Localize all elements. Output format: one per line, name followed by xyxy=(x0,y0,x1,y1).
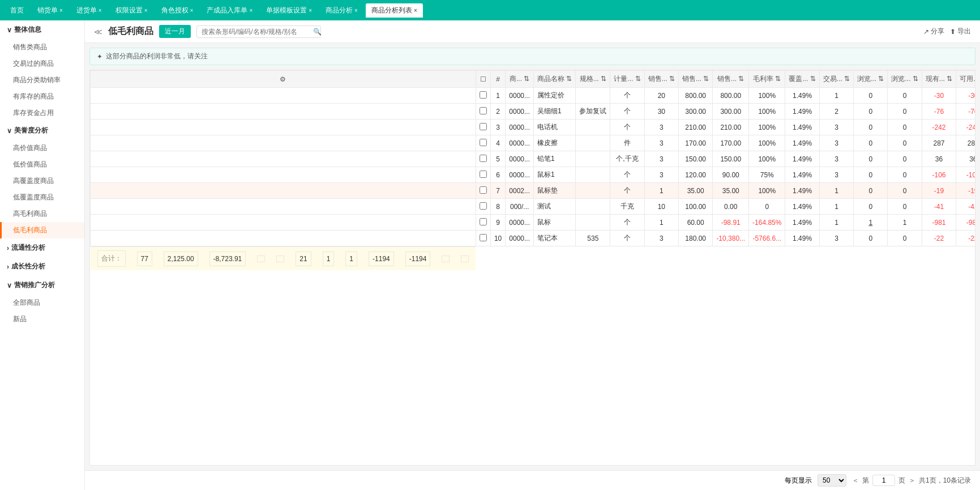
row-checkbox[interactable] xyxy=(480,155,487,162)
sidebar-item-high-gross[interactable]: 高毛利商品 xyxy=(0,206,84,222)
cell-trans-count: 2 xyxy=(819,104,853,120)
col-trans-count[interactable]: 交易... ⇅ xyxy=(819,71,853,88)
col-browse2[interactable]: 浏览... ⇅ xyxy=(888,71,922,88)
cell-check[interactable] xyxy=(476,215,490,231)
row-checkbox[interactable] xyxy=(480,107,487,114)
filter-recent-month[interactable]: 近一月 xyxy=(159,25,191,38)
nav-close-sales[interactable]: × xyxy=(59,7,63,14)
next-page-btn[interactable]: ＞ xyxy=(909,476,915,485)
sidebar-item-low-value[interactable]: 低价值商品 xyxy=(0,156,84,173)
cell-current-stock: -76 xyxy=(922,104,956,120)
sidebar: ∨ 整体信息 销售类商品 交易过的商品 商品分类助销率 有库存的商品 库存资金占… xyxy=(0,20,85,490)
col-code[interactable]: 商... ⇅ xyxy=(506,71,534,88)
row-checkbox[interactable] xyxy=(480,234,487,241)
data-table: ⚙ ☐ # 商... ⇅ 商品名称 ⇅ 规格... ⇅ 计量... ⇅ 销售..… xyxy=(90,70,975,270)
cell-check[interactable] xyxy=(476,151,490,167)
sidebar-item-high-value[interactable]: 高价值商品 xyxy=(0,140,84,156)
cell-check[interactable] xyxy=(476,199,490,215)
cell-check[interactable] xyxy=(476,120,490,135)
sidebar-item-sales-goods[interactable]: 销售类商品 xyxy=(0,39,84,56)
cell-check[interactable] xyxy=(476,104,490,120)
nav-close-role[interactable]: × xyxy=(190,7,194,14)
share-button[interactable]: ↗ 分享 xyxy=(923,27,944,36)
cell-check[interactable] xyxy=(476,135,490,151)
footer-empty-days xyxy=(442,255,450,262)
sidebar-item-all-goods[interactable]: 全部商品 xyxy=(0,295,84,311)
col-sale-amt[interactable]: 销售... ⇅ xyxy=(679,71,713,88)
col-browse1[interactable]: 浏览... ⇅ xyxy=(854,71,888,88)
search-input[interactable] xyxy=(196,25,321,38)
cell-name: 电话机 xyxy=(534,120,576,135)
cell-check[interactable] xyxy=(476,167,490,183)
col-gross-rate[interactable]: 毛利率 ⇅ xyxy=(749,71,785,88)
sidebar-item-traded-goods[interactable]: 交易过的商品 xyxy=(0,56,84,72)
row-checkbox[interactable] xyxy=(480,186,487,194)
nav-close-permission[interactable]: × xyxy=(144,7,148,14)
search-icon[interactable]: 🔍 xyxy=(313,28,322,36)
nav-role[interactable]: 角色授权 × xyxy=(156,3,199,18)
row-checkbox[interactable] xyxy=(480,139,487,146)
sidebar-group-overall[interactable]: ∨ 整体信息 xyxy=(0,20,84,39)
sidebar-item-stocked-goods[interactable]: 有库存的商品 xyxy=(0,88,84,105)
sidebar-group-marketing[interactable]: ∨ 营销推广分析 xyxy=(0,276,84,295)
col-unit[interactable]: 计量... ⇅ xyxy=(610,71,644,88)
cell-sale-amt: 60.00 xyxy=(679,215,713,231)
nav-template[interactable]: 单据模板设置 × xyxy=(260,3,318,18)
sidebar-item-capital[interactable]: 库存资金占用 xyxy=(0,105,84,121)
nav-analysis[interactable]: 商品分析 × xyxy=(320,3,363,18)
nav-close-product-entry[interactable]: × xyxy=(249,7,253,14)
col-gear[interactable]: ⚙ xyxy=(91,71,476,88)
col-check[interactable]: ☐ xyxy=(476,71,490,88)
row-checkbox[interactable] xyxy=(480,202,487,210)
sidebar-collapse-btn[interactable]: ≪ xyxy=(94,27,102,36)
nav-close-analysis-list[interactable]: × xyxy=(414,7,417,14)
sidebar-item-high-coverage[interactable]: 高覆盖度商品 xyxy=(0,173,84,189)
nav-close-template[interactable]: × xyxy=(309,7,312,14)
nav-close-purchase[interactable]: × xyxy=(99,7,102,14)
cell-sale-profit: 170.00 xyxy=(713,135,749,151)
page-input[interactable] xyxy=(872,475,895,486)
cell-trans-count: 1 xyxy=(819,215,853,231)
col-spec[interactable]: 规格... ⇅ xyxy=(576,71,610,88)
nav-sales[interactable]: 销货单 × xyxy=(32,3,69,18)
nav-analysis-list[interactable]: 商品分析列表 × xyxy=(366,3,423,18)
cell-check[interactable] xyxy=(476,183,490,199)
row-checkbox[interactable] xyxy=(480,91,487,99)
row-checkbox[interactable] xyxy=(480,123,487,130)
cell-browse2: 0 xyxy=(888,151,922,167)
col-sale-profit[interactable]: 销售... ⇅ xyxy=(713,71,749,88)
cell-sale-profit: 35.00 xyxy=(713,183,749,199)
header-actions: ↗ 分享 ⬆ 导出 xyxy=(923,27,971,36)
cell-browse1[interactable]: 1 xyxy=(854,215,888,231)
sidebar-group-growth[interactable]: › 成长性分析 xyxy=(0,257,84,276)
cell-no: 7 xyxy=(490,183,505,199)
cell-check[interactable] xyxy=(476,231,490,246)
row-checkbox[interactable] xyxy=(480,218,487,225)
cell-spec xyxy=(576,135,610,151)
col-avail-stock[interactable]: 可用... ⇅ xyxy=(956,71,975,88)
sidebar-item-low-coverage[interactable]: 低覆盖度商品 xyxy=(0,189,84,206)
sidebar-item-low-gross[interactable]: 低毛利商品 xyxy=(0,222,84,238)
cell-browse1: 0 xyxy=(854,231,888,246)
sidebar-item-category-rate[interactable]: 商品分类助销率 xyxy=(0,72,84,88)
nav-purchase[interactable]: 进货单 × xyxy=(71,3,108,18)
cell-check[interactable] xyxy=(476,88,490,104)
nav-product-entry[interactable]: 产成品入库单 × xyxy=(201,3,258,18)
row-checkbox[interactable] xyxy=(480,171,487,178)
cell-sale-amt: 300.00 xyxy=(679,104,713,120)
nav-permission[interactable]: 权限设置 × xyxy=(110,3,153,18)
nav-close-analysis[interactable]: × xyxy=(354,7,358,14)
export-button[interactable]: ⬆ 导出 xyxy=(950,27,971,36)
sidebar-item-new-goods[interactable]: 新品 xyxy=(0,311,84,327)
prev-page-btn[interactable]: ＜ xyxy=(852,476,859,485)
col-sale-qty[interactable]: 销售... ⇅ xyxy=(644,71,678,88)
col-name[interactable]: 商品名称 ⇅ xyxy=(534,71,576,88)
col-coverage[interactable]: 覆盖... ⇅ xyxy=(785,71,819,88)
cell-gear xyxy=(91,215,476,231)
nav-home[interactable]: 首页 xyxy=(5,3,29,18)
sidebar-group-reputation[interactable]: ∨ 美誉度分析 xyxy=(0,121,84,140)
sidebar-group-flow[interactable]: › 流通性分析 xyxy=(0,238,84,257)
col-current-stock[interactable]: 现有... ⇅ xyxy=(922,71,956,88)
page-size-select[interactable]: 50 100 200 xyxy=(818,474,846,487)
cell-code: 0000... xyxy=(506,120,534,135)
